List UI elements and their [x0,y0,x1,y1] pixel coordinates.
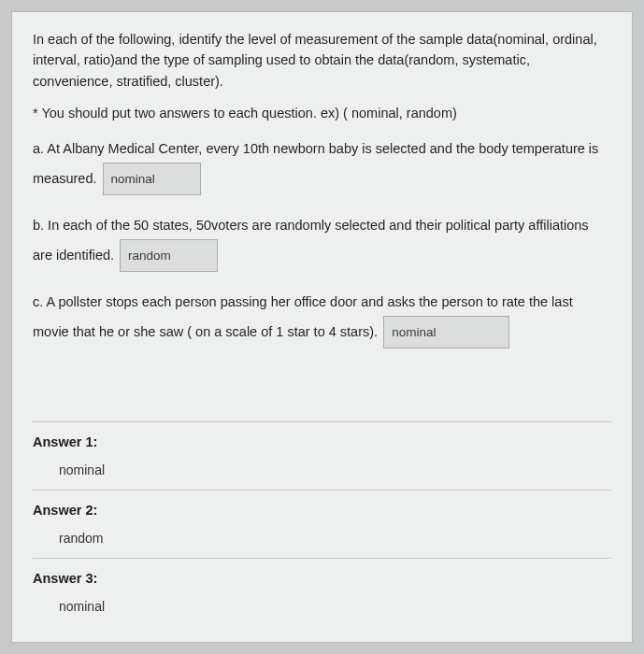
question-b: b. In each of the 50 states, 50voters ar… [33,212,611,272]
answer-1-label: Answer 1: [33,434,611,449]
question-b-text: b. In each of the 50 states, 50voters ar… [33,218,589,263]
answer-2-value: random [33,531,611,546]
answer-1-value: nominal [33,462,611,477]
answer-2-label: Answer 2: [33,503,611,518]
question-c-input[interactable]: nominal [383,316,509,348]
question-page: In each of the following, identify the l… [11,11,633,643]
question-b-input[interactable]: random [120,239,218,272]
instructions-block: In each of the following, identify the l… [33,29,611,124]
question-a-input[interactable]: nominal [103,163,201,195]
question-a: a. At Albany Medical Center, every 10th … [33,135,611,195]
spacer [33,365,611,412]
answer-3-value: nominal [33,599,611,614]
answer-row-1: Answer 1: nominal [33,421,611,490]
question-c: c. A pollster stops each person passing … [33,289,611,348]
answer-row-2: Answer 2: random [33,490,611,558]
answer-row-3: Answer 3: nominal [33,558,611,614]
answers-block: Answer 1: nominal Answer 2: random Answe… [33,421,611,614]
answer-3-label: Answer 3: [33,571,611,586]
instructions-line-2: * You should put two answers to each que… [33,103,611,123]
instructions-line-1: In each of the following, identify the l… [33,29,611,92]
